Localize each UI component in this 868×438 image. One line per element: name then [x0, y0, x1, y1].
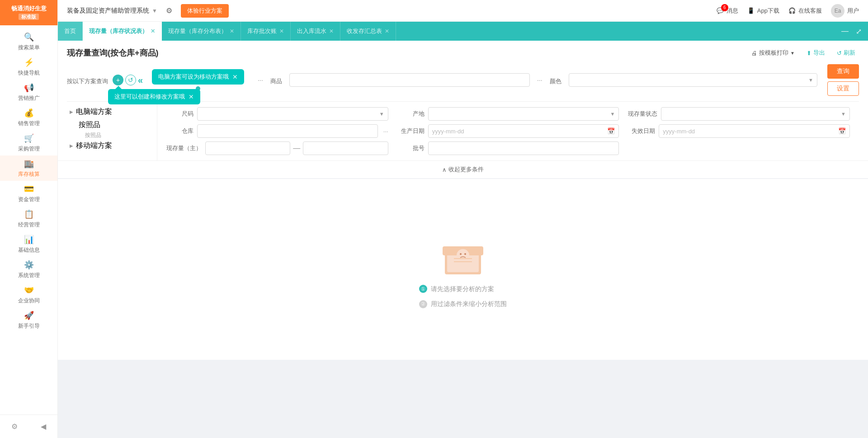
tab-inventory-status[interactable]: 现存量（库存状况表） ✕ [83, 22, 162, 41]
origin-arrow: ▼ [610, 111, 615, 117]
scheme-item-mobile[interactable]: ▶ 移动端方案 [67, 139, 157, 152]
tab-inout-flow[interactable]: 出入库流水 ✕ [291, 22, 340, 41]
back-arrow-btn[interactable]: « [138, 75, 143, 85]
message-action[interactable]: 💬 6 消息 [717, 7, 738, 15]
tab-fullscreen-btn[interactable]: ⤢ [854, 25, 863, 38]
form-item-origin: 产地 ▼ [397, 107, 619, 121]
sidebar-item-basic[interactable]: 📊 基础信息 [0, 231, 57, 257]
svg-point-5 [464, 253, 466, 255]
sidebar-bottom: ⚙ ◀ [0, 414, 57, 438]
sidebar-item-guide[interactable]: 🚀 新手引导 [0, 307, 57, 333]
sidebar-settings-btn[interactable]: ⚙ [8, 420, 21, 433]
tip2-num: ② [419, 300, 427, 308]
commodity-input-area [289, 73, 530, 87]
add-scheme-btn[interactable]: + [113, 75, 123, 85]
online-support-action[interactable]: 🎧 在线客服 [788, 7, 822, 15]
sidebar-item-label: 采购管理 [18, 145, 40, 153]
sidebar-item-purchase[interactable]: 🛒 采购管理 [0, 130, 57, 155]
collapse-bar[interactable]: ∧ 收起更多条件 [58, 160, 868, 178]
stock-qty-range: — [205, 141, 388, 155]
empty-content: ① 请先选择要分析的方案 ② 用过滤条件来缩小分析范围 [419, 229, 507, 310]
stock-qty-to[interactable] [303, 141, 388, 155]
sidebar-item-enterprise[interactable]: 🤝 企业协同 [0, 282, 57, 307]
tab-close-inout-flow[interactable]: ✕ [329, 28, 334, 34]
tooltip1-close[interactable]: ✕ [232, 73, 238, 80]
sidebar-item-label: 营销推广 [18, 94, 40, 102]
commodity-input[interactable] [289, 73, 530, 87]
empty-illustration [436, 229, 490, 274]
tab-close-inventory-status[interactable]: ✕ [151, 28, 155, 34]
basic-icon: 📊 [24, 235, 34, 245]
tab-inventory-dist[interactable]: 现存量（库存分布表） ✕ [162, 22, 241, 41]
refresh-scheme-btn[interactable]: ↺ [125, 75, 136, 85]
system-icon: ⚙️ [24, 260, 34, 270]
print-icon: 🖨 [751, 50, 757, 57]
sidebar-item-label: 系统管理 [18, 272, 40, 279]
scheme-arrow-icon: ▶ [70, 109, 73, 114]
content-area: 现存量查询(按仓库+商品) 🖨 按模板打印 ▼ ⬆ 导出 ↺ 刷新 [58, 41, 868, 438]
size-label: 尺码 [166, 110, 193, 118]
tab-home[interactable]: 首页 [58, 22, 83, 41]
origin-select[interactable]: ▼ [428, 107, 619, 121]
color-label: 颜色 [550, 77, 561, 85]
tab-batch-ledger[interactable]: 库存批次账 ✕ [241, 22, 291, 41]
user-avatar: Ea [831, 4, 844, 18]
prod-date-calendar-icon[interactable]: 📅 [607, 127, 615, 135]
sidebar-item-inventory[interactable]: 🏬 库存核算 [0, 155, 57, 181]
color-select[interactable]: ▼ [569, 73, 817, 87]
header-left: 装备及固定资产辅助管理系统 ▼ ⚙ 体验行业方案 [67, 4, 229, 18]
tab-close-inventory-dist[interactable]: ✕ [230, 28, 234, 34]
trial-button[interactable]: 体验行业方案 [181, 4, 229, 18]
sidebar-collapse-btn[interactable]: ◀ [37, 420, 50, 433]
operations-icon: 📋 [24, 209, 34, 219]
message-badge: 6 [721, 4, 728, 11]
form-item-stock-qty: 现存量（主） — [166, 141, 388, 155]
size-select[interactable]: ▼ [197, 107, 388, 121]
collapse-text: ∧ 收起更多条件 [58, 165, 868, 174]
warehouse-label: 仓库 [166, 127, 193, 135]
svg-point-3 [457, 249, 469, 262]
tab-close-batch-ledger[interactable]: ✕ [279, 28, 284, 34]
tab-close-receive-summary[interactable]: ✕ [385, 28, 389, 34]
sidebar-item-label: 新手引导 [18, 322, 40, 330]
sidebar-item-label: 资金管理 [18, 196, 40, 203]
commodity-dots2: ··· [537, 76, 542, 84]
scheme-item-by-product[interactable]: 按照品 [76, 118, 157, 132]
filter-body: ▶ 电脑端方案 按照品 按照品 ▶ 移动端方案 [67, 102, 859, 160]
sidebar-item-sales[interactable]: 💰 销售管理 [0, 105, 57, 130]
prod-date-label: 生产日期 [397, 127, 425, 135]
user-action[interactable]: Ea 用户 [831, 4, 859, 18]
warehouse-input[interactable] [197, 124, 378, 138]
setup-button[interactable]: 设置 [827, 81, 859, 96]
stock-qty-from[interactable] [205, 141, 290, 155]
warehouse-dots: ··· [383, 128, 388, 135]
sidebar-item-marketing[interactable]: 📢 营销推广 [0, 80, 57, 105]
sidebar-item-quick-nav[interactable]: ⚡ 快捷导航 [0, 54, 57, 80]
sidebar-item-finance[interactable]: 💳 资金管理 [0, 181, 57, 206]
quick-nav-icon: ⚡ [24, 57, 34, 67]
sidebar-item-operations[interactable]: 📋 经营管理 [0, 206, 57, 231]
export-btn[interactable]: ⬆ 导出 [803, 47, 829, 59]
empty-state: ① 请先选择要分析的方案 ② 用过滤条件来缩小分析范围 [58, 179, 868, 360]
tab-receive-summary[interactable]: 收发存汇总表 ✕ [340, 22, 396, 41]
expire-date-calendar-icon[interactable]: 📅 [838, 127, 846, 135]
app-download-action[interactable]: 📱 App下载 [747, 7, 779, 15]
logo-text: 畅通消好生意 标准版 [11, 5, 47, 21]
scheme-item-desktop[interactable]: ▶ 电脑端方案 [67, 105, 157, 118]
prod-date-input[interactable]: yyyy-mm-dd 📅 [428, 124, 619, 138]
refresh-btn[interactable]: ↺ 刷新 [833, 47, 859, 59]
settings-btn[interactable]: ⚙ [163, 5, 175, 17]
tab-minimize-btn[interactable]: — [840, 25, 850, 37]
print-btn[interactable]: 🖨 按模板打印 ▼ [748, 47, 798, 59]
empty-tips: ① 请先选择要分析的方案 ② 用过滤条件来缩小分析范围 [419, 283, 507, 310]
batch-input[interactable] [428, 141, 619, 155]
sidebar-item-search-menu[interactable]: 🔍 搜索菜单 [0, 29, 57, 54]
search-button[interactable]: 查询 [827, 64, 859, 79]
sidebar: 畅通消好生意 标准版 🔍 搜索菜单 ⚡ 快捷导航 📢 营销推广 💰 销售管理 🛒… [0, 0, 58, 438]
form-row-1: 尺码 ▼ 产地 ▼ [157, 102, 859, 124]
stock-status-select[interactable]: ▼ [661, 107, 850, 121]
tooltip2-close[interactable]: ✕ [189, 93, 194, 100]
sidebar-item-system[interactable]: ⚙️ 系统管理 [0, 257, 57, 282]
filter-right-fields: ··· 商品 ··· 颜色 ▼ [258, 73, 817, 87]
expire-date-input[interactable]: yyyy-mm-dd 📅 [659, 124, 850, 138]
